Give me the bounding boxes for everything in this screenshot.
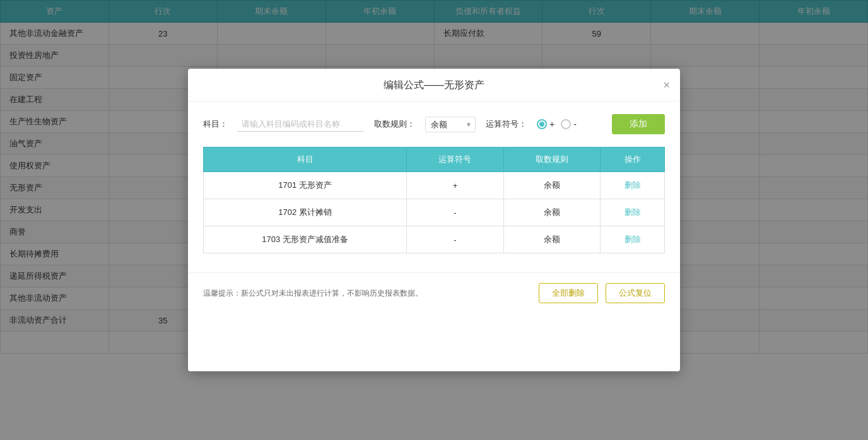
table-header-operator: 运算符号	[407, 148, 504, 172]
row-operator-1: -	[407, 199, 504, 226]
operator-minus-radio[interactable]: -	[561, 119, 577, 129]
edit-formula-modal: 编辑公式——无形资产 × 科目： 取数规则： 余额 借方 贷方 ▼ 运算符号：	[188, 69, 680, 371]
row-rule-0: 余额	[503, 172, 601, 199]
operator-radio-group: + -	[537, 119, 577, 129]
row-subject-1: 1702 累计摊销	[204, 199, 407, 226]
modal-footer: 温馨提示：新公式只对未出报表进行计算，不影响历史报表数据。 全部删除 公式复位	[188, 272, 680, 316]
radio-circle-plus	[537, 119, 547, 129]
rule-label: 取数规则：	[374, 119, 415, 130]
modal-overlay: 编辑公式——无形资产 × 科目： 取数规则： 余额 借方 贷方 ▼ 运算符号：	[0, 0, 868, 440]
subject-input[interactable]	[238, 117, 364, 132]
row-action-2: 删除	[601, 226, 665, 253]
modal-close-button[interactable]: ×	[663, 79, 670, 91]
operator-plus-label: +	[549, 119, 554, 129]
modal-body: 科目： 取数规则： 余额 借方 贷方 ▼ 运算符号： +	[188, 101, 680, 266]
reset-formula-button[interactable]: 公式复位	[606, 283, 665, 303]
rule-select-container: 余额 借方 贷方 ▼	[425, 117, 476, 132]
row-action-1: 删除	[601, 199, 665, 226]
row-rule-2: 余额	[503, 226, 601, 253]
delete-all-button[interactable]: 全部删除	[539, 283, 598, 303]
delete-button-1[interactable]: 删除	[625, 207, 641, 217]
delete-button-2[interactable]: 删除	[625, 234, 641, 244]
table-row: 1702 累计摊销 - 余额 删除	[204, 199, 665, 226]
form-row: 科目： 取数规则： 余额 借方 贷方 ▼ 运算符号： +	[203, 114, 665, 134]
footer-tip: 温馨提示：新公式只对未出报表进行计算，不影响历史报表数据。	[203, 288, 423, 299]
row-subject-0: 1701 无形资产	[204, 172, 407, 199]
radio-circle-minus	[561, 119, 571, 129]
table-row: 1703 无形资产减值准备 - 余额 删除	[204, 226, 665, 253]
subject-label: 科目：	[203, 119, 228, 130]
delete-button-0[interactable]: 删除	[625, 180, 641, 190]
table-header-subject: 科目	[204, 148, 407, 172]
table-header-action: 操作	[601, 148, 665, 172]
add-button[interactable]: 添加	[612, 114, 665, 134]
footer-buttons: 全部删除 公式复位	[539, 283, 665, 303]
operator-minus-label: -	[573, 119, 577, 129]
operator-label: 运算符号：	[486, 119, 527, 130]
row-operator-2: -	[407, 226, 504, 253]
table-header-rule: 取数规则	[503, 148, 601, 172]
formula-table: 科目 运算符号 取数规则 操作 1701 无形资产 + 余额 删除	[203, 147, 665, 253]
table-row: 1701 无形资产 + 余额 删除	[204, 172, 665, 199]
operator-plus-radio[interactable]: +	[537, 119, 554, 129]
rule-select[interactable]: 余额 借方 贷方	[425, 117, 476, 132]
row-operator-0: +	[407, 172, 504, 199]
row-rule-1: 余额	[503, 199, 601, 226]
row-action-0: 删除	[601, 172, 665, 199]
modal-header: 编辑公式——无形资产 ×	[188, 69, 680, 101]
row-subject-2: 1703 无形资产减值准备	[204, 226, 407, 253]
modal-title: 编辑公式——无形资产	[384, 79, 484, 90]
